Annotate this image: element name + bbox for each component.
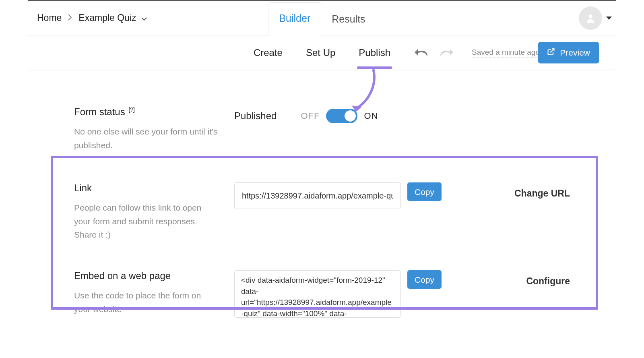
publish-page: Form status [?] No one else will see you… bbox=[28, 70, 616, 346]
form-status-description: No one else will see your form until it'… bbox=[74, 125, 219, 152]
link-description: People can follow this link to open your… bbox=[74, 201, 219, 242]
copy-embed-button[interactable]: Copy bbox=[407, 270, 442, 289]
top-bar: Home Example Quiz Builder Results bbox=[28, 0, 616, 35]
saved-status: Saved a minute ago bbox=[472, 48, 540, 58]
undo-icon[interactable] bbox=[415, 48, 428, 57]
copy-link-button[interactable]: Copy bbox=[407, 182, 442, 201]
breadcrumb-current[interactable]: Example Quiz bbox=[78, 12, 147, 23]
section-embed: Embed on a web page Use the code to plac… bbox=[47, 258, 597, 330]
profile-menu[interactable] bbox=[579, 6, 612, 30]
section-form-status: Form status [?] No one else will see you… bbox=[47, 70, 597, 164]
section-link: Link People can follow this link to open… bbox=[47, 164, 597, 258]
publish-toggle[interactable] bbox=[326, 109, 357, 123]
embed-title: Embed on a web page bbox=[74, 270, 234, 281]
share-link-input[interactable] bbox=[234, 182, 401, 209]
toggle-on-label: ON bbox=[364, 111, 378, 121]
form-status-title: Form status [?] bbox=[74, 106, 234, 118]
embed-description: Use the code to place the form on your w… bbox=[74, 289, 219, 316]
help-icon[interactable]: [?] bbox=[128, 106, 135, 113]
embed-code-textarea[interactable]: <div data-aidaform-widget="form-2019-12"… bbox=[234, 270, 401, 318]
main-tabs: Builder Results bbox=[268, 2, 376, 36]
breadcrumb-current-label: Example Quiz bbox=[78, 12, 136, 23]
breadcrumb: Home Example Quiz bbox=[37, 12, 147, 23]
svg-point-0 bbox=[588, 14, 592, 18]
avatar bbox=[579, 6, 602, 30]
change-url-action[interactable]: Change URL bbox=[497, 182, 570, 242]
link-title: Link bbox=[74, 182, 234, 194]
toggle-off-label: OFF bbox=[301, 111, 320, 121]
chevron-right-icon bbox=[68, 13, 72, 23]
subtab-create[interactable]: Create bbox=[254, 37, 283, 69]
subtab-publish[interactable]: Publish bbox=[359, 37, 390, 69]
breadcrumb-home[interactable]: Home bbox=[37, 12, 62, 23]
subtab-setup[interactable]: Set Up bbox=[306, 37, 335, 69]
sub-tabs: Create Set Up Publish bbox=[254, 37, 390, 69]
preview-button[interactable]: Preview bbox=[538, 42, 599, 63]
preview-label: Preview bbox=[560, 48, 590, 58]
divider bbox=[463, 41, 463, 64]
undo-redo-group bbox=[415, 48, 453, 57]
chevron-down-icon bbox=[606, 17, 612, 20]
toolbar: Create Set Up Publish Saved a minute ago… bbox=[28, 35, 616, 70]
tab-builder[interactable]: Builder bbox=[268, 2, 321, 36]
form-status-title-text: Form status bbox=[74, 106, 125, 117]
published-label: Published bbox=[234, 110, 277, 122]
redo-icon[interactable] bbox=[440, 48, 453, 57]
chevron-down-icon bbox=[141, 16, 147, 22]
configure-embed-action[interactable]: Configure bbox=[497, 270, 570, 318]
external-link-icon bbox=[547, 48, 555, 58]
tab-results[interactable]: Results bbox=[321, 4, 376, 36]
